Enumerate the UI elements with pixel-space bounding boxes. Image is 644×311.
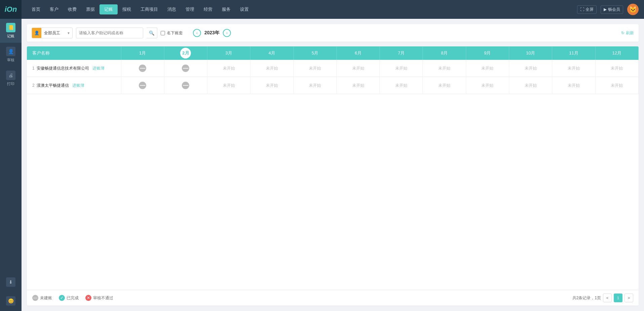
status-not-started: 未开始: [395, 83, 407, 88]
cell-month-8: 未开始: [423, 77, 466, 94]
cell-month-1: —: [121, 77, 164, 94]
nav-fuwu[interactable]: 服务: [217, 4, 235, 14]
cell-month-5: 未开始: [293, 60, 336, 77]
chevron-down-icon: ▼: [65, 31, 72, 35]
cell-month-6: 未开始: [336, 77, 379, 94]
legend-red-icon: ✕: [85, 295, 91, 301]
nav-baoshui[interactable]: 报税: [118, 4, 136, 14]
sidebar-bottom: ⬇ 😊: [0, 273, 22, 311]
toolbar: 👤 全部员工 ▼ 🔍 名下账套 ‹ 2023年 ›: [27, 24, 639, 42]
employee-select[interactable]: 👤 全部员工 ▼: [32, 28, 73, 38]
status-not-started: 未开始: [481, 83, 493, 88]
help-icon: 😊: [6, 296, 15, 306]
sidebar-item-label: 记账: [7, 34, 14, 39]
refresh-button[interactable]: ↻ 刷新: [621, 30, 634, 36]
chevron-left-icon: ‹: [196, 31, 198, 35]
vip-button[interactable]: ▶ 畅会员: [601, 5, 623, 14]
nav-shezhi[interactable]: 设置: [235, 4, 253, 14]
main-area: 首页 客户 收费 票据 记账 报税 工商项目 消息 管理 经营 服务 设置 ⛶ …: [22, 0, 644, 311]
table-header-row: 客户名称 1月 2月 3月 4月 5月 6月 7月 8月 9月: [27, 46, 639, 60]
search-icon: 🔍: [149, 31, 155, 36]
pagination: 共2条记录，1页 < 1 >: [572, 294, 633, 302]
col-customer-name: 客户名称: [27, 46, 121, 60]
nav-shoufei[interactable]: 收费: [63, 4, 81, 14]
col-m8: 8月: [423, 46, 466, 60]
cell-month-1: —: [121, 60, 164, 77]
year-display: 2023年: [204, 30, 219, 36]
col-m5: 5月: [293, 46, 336, 60]
prev-page-button[interactable]: <: [603, 294, 612, 302]
prev-year-button[interactable]: ‹: [193, 29, 201, 37]
enter-ledger-link[interactable]: 进账簿: [92, 66, 105, 71]
status-not-started: 未开始: [438, 83, 450, 88]
cell-month-2: —: [164, 77, 207, 94]
status-not-started: 未开始: [611, 83, 623, 88]
sidebar-item-jizhang[interactable]: 📒 记账: [0, 19, 22, 43]
col-m12: 12月: [595, 46, 638, 60]
status-not-started: 未开始: [223, 83, 235, 88]
next-year-button[interactable]: ›: [223, 29, 231, 37]
cell-month-12: 未开始: [595, 60, 638, 77]
status-not-started: 未开始: [568, 83, 580, 88]
checkbox-label: 名下账套: [167, 30, 183, 36]
cell-month-5: 未开始: [293, 77, 336, 94]
sidebar-item-help[interactable]: 😊: [0, 292, 22, 311]
nav-piaoju[interactable]: 票据: [81, 4, 99, 14]
nav-guanli[interactable]: 管理: [181, 4, 199, 14]
next-page-button[interactable]: >: [625, 294, 633, 302]
customer-name: 漠澳太平畅捷通信: [37, 83, 69, 88]
sidebar-logo[interactable]: iOn: [0, 0, 22, 19]
fullscreen-button[interactable]: ⛶ 全屏: [577, 5, 597, 14]
col-m6: 6月: [336, 46, 379, 60]
active-month-badge: 2月: [180, 48, 191, 59]
chevron-right-icon: ›: [226, 31, 228, 35]
status-not-started: 未开始: [223, 66, 235, 71]
cell-month-3: 未开始: [207, 60, 250, 77]
nav-jizhang[interactable]: 记账: [99, 4, 118, 14]
status-dash-icon: —: [139, 65, 146, 72]
accounts-table: 客户名称 1月 2月 3月 4月 5月 6月 7月 8月 9月: [27, 46, 639, 94]
row-index: 1: [32, 66, 35, 71]
cell-month-3: 未开始: [207, 77, 250, 94]
nav-customer[interactable]: 客户: [45, 4, 63, 14]
cell-month-9: 未开始: [466, 77, 509, 94]
nav-jingying[interactable]: 经营: [199, 4, 217, 14]
status-not-started: 未开始: [309, 83, 321, 88]
cell-month-10: 未开始: [509, 60, 552, 77]
checkbox-input[interactable]: [161, 31, 165, 35]
status-not-started: 未开始: [525, 66, 537, 71]
sidebar-item-label: 打印: [7, 81, 14, 86]
accounts-table-container: 客户名称 1月 2月 3月 4月 5月 6月 7月 8月 9月: [27, 46, 639, 306]
legend-gray-icon: —: [32, 295, 38, 301]
refresh-label: 刷新: [626, 30, 634, 36]
search-button[interactable]: 🔍: [147, 28, 157, 38]
avatar[interactable]: 🐱: [627, 4, 639, 15]
legend-not-built-label: 未建账: [40, 295, 52, 301]
col-m7: 7月: [380, 46, 423, 60]
sidebar-item-download[interactable]: ⬇: [0, 273, 22, 292]
legend-teal-icon: ✓: [59, 295, 65, 301]
my-accounts-checkbox[interactable]: 名下账套: [161, 30, 183, 36]
row-index: 2: [32, 83, 35, 88]
col-m2: 2月: [164, 46, 207, 60]
nav-gongshang[interactable]: 工商项目: [136, 4, 163, 14]
sidebar-item-label: 审核: [7, 57, 14, 63]
shenhe-icon: 👤: [6, 47, 15, 56]
col-m3: 3月: [207, 46, 250, 60]
status-dash-icon: —: [139, 82, 146, 89]
status-not-started: 未开始: [611, 66, 623, 71]
enter-ledger-link[interactable]: 进账簿: [72, 83, 84, 88]
current-page-button[interactable]: 1: [614, 294, 622, 302]
sidebar-item-shenhe[interactable]: 👤 审核: [0, 43, 22, 67]
nav-home[interactable]: 首页: [27, 4, 45, 14]
status-not-started: 未开始: [352, 83, 364, 88]
sidebar-item-dayin[interactable]: 🖨 打印: [0, 67, 22, 90]
employee-select-value: 全部员工: [41, 30, 65, 36]
nav-xiaoxi[interactable]: 消息: [163, 4, 181, 14]
sidebar: iOn 📒 记账 👤 审核 🖨 打印 ⬇ 😊: [0, 0, 22, 311]
vip-label: 畅会员: [608, 7, 620, 12]
topnav: 首页 客户 收费 票据 记账 报税 工商项目 消息 管理 经营 服务 设置 ⛶ …: [22, 0, 644, 19]
search-input[interactable]: [76, 28, 143, 38]
col-m11: 11月: [552, 46, 595, 60]
legend-rejected: ✕ 审核不通过: [85, 295, 113, 301]
